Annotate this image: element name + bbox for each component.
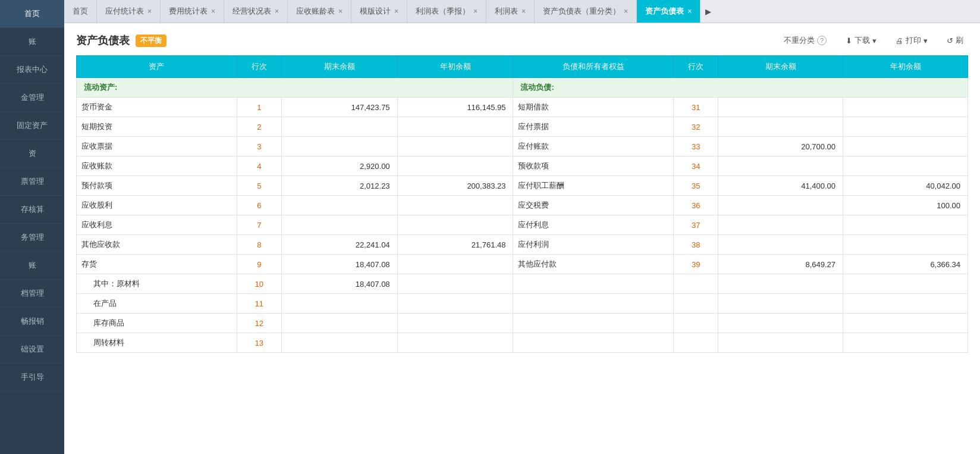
cell-period-end2 bbox=[718, 294, 843, 314]
tab-receivable-aging[interactable]: 应收账龄表 × bbox=[288, 0, 351, 23]
cell-year-start bbox=[397, 255, 513, 274]
cell-year-start2 bbox=[843, 235, 968, 255]
close-icon[interactable]: × bbox=[275, 7, 279, 15]
sidebar-item-expense[interactable]: 畅报销 bbox=[0, 308, 64, 336]
table-row[interactable]: 货币资金 1 147,423.75 116,145.95 短期借款 31 bbox=[77, 98, 968, 117]
tab-biz-status[interactable]: 经营状况表 × bbox=[224, 0, 288, 23]
cell-period-end2 bbox=[718, 215, 843, 235]
cell-year-start2 bbox=[843, 294, 968, 314]
tab-expense-stats[interactable]: 费用统计表 × bbox=[161, 0, 224, 23]
table-row[interactable]: 应收票据 3 应付账款 33 20,700.00 bbox=[77, 137, 968, 156]
sidebar-item-report-center[interactable]: 报表中心 bbox=[0, 56, 64, 84]
cell-period-end: 22,241.04 bbox=[281, 235, 397, 255]
print-button[interactable]: 🖨 打印 ▾ bbox=[891, 33, 932, 48]
table-row[interactable]: 库存商品 12 bbox=[77, 314, 968, 333]
tab-payable-stats-label: 应付统计表 bbox=[105, 6, 144, 17]
sidebar-item-inventory[interactable]: 存核算 bbox=[0, 196, 64, 224]
table-row[interactable]: 在产品 11 bbox=[77, 294, 968, 314]
tab-balance-sheet-label: 资产负债表 bbox=[645, 6, 684, 17]
cell-period-end2 bbox=[718, 274, 843, 294]
cell-asset: 库存商品 bbox=[77, 314, 237, 333]
close-icon[interactable]: × bbox=[394, 7, 398, 15]
cell-row-num2: 34 bbox=[674, 156, 718, 176]
table-row[interactable]: 周转材料 13 bbox=[77, 333, 968, 353]
tab-scroll-right[interactable]: ▶ bbox=[701, 0, 716, 23]
table-row[interactable]: 应收利息 7 应付利息 37 bbox=[77, 215, 968, 235]
cell-asset: 短期投资 bbox=[77, 117, 237, 137]
tab-balance-reclassified-label: 资产负债表（重分类） bbox=[543, 6, 620, 17]
cell-period-end2 bbox=[718, 314, 843, 333]
cell-row-num: 11 bbox=[237, 294, 281, 314]
tab-balance-reclassified[interactable]: 资产负债表（重分类） × bbox=[535, 0, 637, 23]
classify-toggle[interactable]: 不重分类 ? bbox=[779, 33, 831, 48]
cell-year-start2 bbox=[843, 156, 968, 176]
table-row[interactable]: 应收股利 6 应交税费 36 100.00 bbox=[77, 196, 968, 215]
cell-year-start: 200,383.23 bbox=[397, 176, 513, 196]
col-period-end-header: 期末余额 bbox=[281, 56, 397, 78]
close-icon[interactable]: × bbox=[687, 7, 692, 15]
close-icon[interactable]: × bbox=[624, 7, 628, 15]
print-icon: 🖨 bbox=[896, 36, 903, 45]
cell-asset: 应收票据 bbox=[77, 137, 237, 156]
tab-template-design-label: 模版设计 bbox=[360, 6, 391, 17]
close-icon[interactable]: × bbox=[147, 7, 152, 15]
cell-year-start: 116,145.95 bbox=[397, 98, 513, 117]
cell-year-start2 bbox=[843, 117, 968, 137]
tab-profit-quarterly[interactable]: 利润表（季报） × bbox=[407, 0, 486, 23]
section-header-current: 流动资产: 流动负债: bbox=[77, 78, 968, 98]
sidebar-item-capital[interactable]: 资 bbox=[0, 140, 64, 168]
print-label: 打印 bbox=[906, 35, 921, 46]
tab-home[interactable]: 首页 bbox=[64, 0, 97, 23]
sidebar-item-tax-mgmt[interactable]: 务管理 bbox=[0, 224, 64, 252]
sidebar-item-invoice-mgmt[interactable]: 票管理 bbox=[0, 168, 64, 196]
table-row[interactable]: 应收账款 4 2,920.00 预收款项 34 bbox=[77, 156, 968, 176]
sidebar-item-home[interactable]: 首页 bbox=[0, 0, 64, 28]
cell-liability: 应交税费 bbox=[513, 196, 674, 215]
download-button[interactable]: ⬇ 下载 ▾ bbox=[841, 33, 881, 48]
cell-period-end2 bbox=[718, 235, 843, 255]
cell-row-num2 bbox=[674, 274, 718, 294]
cell-row-num: 5 bbox=[237, 176, 281, 196]
cell-period-end: 147,423.75 bbox=[281, 98, 397, 117]
cell-row-num: 1 bbox=[237, 98, 281, 117]
cell-year-start2: 100.00 bbox=[843, 196, 968, 215]
tab-expense-stats-label: 费用统计表 bbox=[169, 6, 208, 17]
sidebar-item-settings[interactable]: 础设置 bbox=[0, 336, 64, 364]
sidebar-item-fund-mgmt[interactable]: 金管理 bbox=[0, 84, 64, 112]
close-icon[interactable]: × bbox=[338, 7, 343, 15]
tab-balance-sheet[interactable]: 资产负债表 × bbox=[637, 0, 701, 23]
col-period-end2-header: 期末余额 bbox=[718, 56, 843, 78]
cell-liability bbox=[513, 333, 674, 353]
tab-payable-stats[interactable]: 应付统计表 × bbox=[97, 0, 161, 23]
cell-year-start bbox=[397, 294, 513, 314]
close-icon[interactable]: × bbox=[473, 7, 478, 15]
sidebar-item-account[interactable]: 账 bbox=[0, 28, 64, 56]
close-icon[interactable]: × bbox=[211, 7, 215, 15]
tab-template-design[interactable]: 模版设计 × bbox=[351, 0, 407, 23]
table-row[interactable]: 其他应收款 8 22,241.04 21,761.48 应付利润 38 bbox=[77, 235, 968, 255]
cell-asset: 其中：原材料 bbox=[77, 274, 237, 294]
refresh-button[interactable]: ↺ 刷 bbox=[942, 33, 968, 48]
sidebar-item-archive[interactable]: 档管理 bbox=[0, 280, 64, 308]
table-row[interactable]: 其中：原材料 10 18,407.08 bbox=[77, 274, 968, 294]
col-year-start-header: 年初余额 bbox=[397, 56, 513, 78]
cell-row-num2: 38 bbox=[674, 235, 718, 255]
sidebar-item-fixed-assets[interactable]: 固定资产 bbox=[0, 112, 64, 140]
tab-profit[interactable]: 利润表 × bbox=[486, 0, 535, 23]
cell-period-end bbox=[281, 215, 397, 235]
cell-year-start: 21,761.48 bbox=[397, 235, 513, 255]
classify-label: 不重分类 bbox=[784, 35, 815, 46]
cell-period-end: 2,920.00 bbox=[281, 156, 397, 176]
table-row[interactable]: 存货 9 18,407.08 其他应付款 39 8,649.27 6,366.3… bbox=[77, 255, 968, 274]
table-row[interactable]: 预付款项 5 2,012.23 200,383.23 应付职工薪酬 35 41,… bbox=[77, 176, 968, 196]
col-liability-header: 负债和所有者权益 bbox=[513, 56, 674, 78]
close-icon[interactable]: × bbox=[522, 7, 526, 15]
cell-row-num: 6 bbox=[237, 196, 281, 215]
cell-year-start2 bbox=[843, 274, 968, 294]
sidebar-item-guide[interactable]: 手引导 bbox=[0, 364, 64, 392]
cell-row-num: 13 bbox=[237, 333, 281, 353]
sidebar-item-ledger[interactable]: 账 bbox=[0, 252, 64, 280]
cell-liability: 应付利息 bbox=[513, 215, 674, 235]
table-row[interactable]: 短期投资 2 应付票据 32 bbox=[77, 117, 968, 137]
tab-home-label: 首页 bbox=[73, 6, 88, 17]
